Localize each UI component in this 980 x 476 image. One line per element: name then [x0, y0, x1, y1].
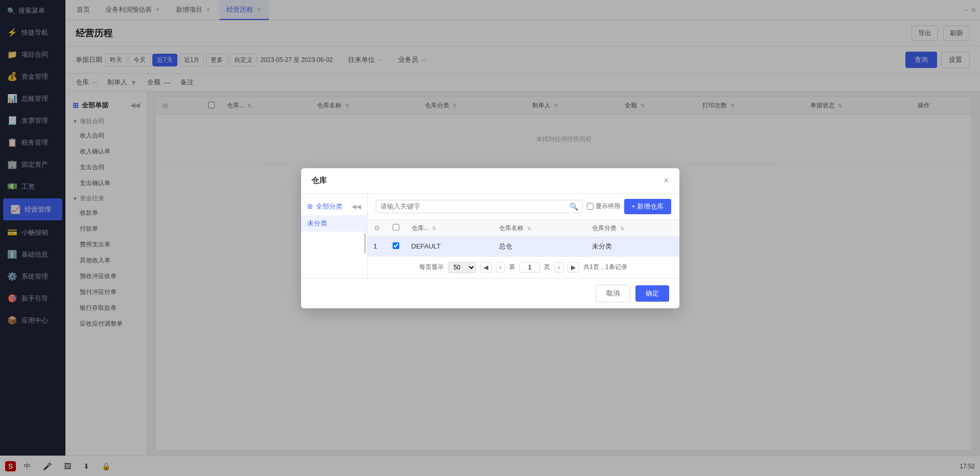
modal-row-checkbox[interactable] [393, 242, 399, 249]
modal-row-num: 1 [368, 237, 386, 256]
modal-pagination: 每页显示 50 20 100 ◀ ‹ 算 页 › ▶ 共1页，1条记录 [368, 256, 679, 278]
modal-per-page-label: 每页显示 [419, 263, 444, 271]
grid2-icon: ⊞ [307, 202, 313, 210]
show-disabled-text: 显示停用 [596, 202, 620, 211]
confirm-button[interactable]: 确定 [635, 285, 669, 302]
modal-search-bar: 🔍 [376, 200, 583, 213]
warehouse-modal: 仓库 × ⊞ 全部分类 ◀◀ 未分类 [301, 168, 679, 308]
cancel-button[interactable]: 取消 [596, 285, 630, 302]
show-disabled-checkbox[interactable] [587, 203, 594, 210]
show-disabled-label[interactable]: 显示停用 [587, 202, 620, 211]
modal-search-icon: 🔍 [569, 202, 578, 211]
modal-prev-page-btn[interactable]: ‹ [496, 262, 505, 273]
modal-left-scroll: 未分类 [301, 215, 367, 233]
modal-footer: 取消 确定 [301, 278, 679, 308]
modal-header: 仓库 × [301, 168, 679, 194]
modal-row-checkbox-cell [386, 237, 405, 256]
modal-all-category[interactable]: ⊞ 全部分类 ◀◀ [301, 198, 367, 215]
all-category-label: 全部分类 [316, 202, 343, 211]
scroll-thumb [364, 233, 366, 254]
modal-row-code: DEFAULT [405, 237, 493, 256]
modal-body: ⊞ 全部分类 ◀◀ 未分类 [301, 194, 679, 278]
table-row[interactable]: 1 DEFAULT 总仓 未分类 [368, 237, 679, 256]
modal-left-panel: ⊞ 全部分类 ◀◀ 未分类 [301, 194, 368, 278]
modal-row-category: 未分类 [586, 237, 679, 256]
th-modal-gear: ⚙ [368, 220, 386, 237]
modal-next-page-btn[interactable]: › [554, 262, 563, 273]
collapse-panel-icon[interactable]: ◀◀ [352, 203, 361, 210]
modal-search-input[interactable] [380, 202, 567, 210]
modal-calc-label: 算 [509, 263, 515, 271]
modal-page-size-select[interactable]: 50 20 100 [448, 262, 476, 273]
modal-right-panel: 🔍 显示停用 + 新增仓库 ⚙ [368, 194, 679, 278]
modal-title: 仓库 [311, 176, 327, 186]
modal-toolbar: 🔍 显示停用 + 新增仓库 [368, 194, 679, 220]
modal-category-unclassified[interactable]: 未分类 [301, 215, 367, 232]
th-modal-code: 仓库... ⇅ [405, 220, 493, 237]
th-modal-name: 仓库名称 ⇅ [493, 220, 586, 237]
modal-row-name: 总仓 [493, 237, 586, 256]
modal-total-label: 共1页，1条记录 [583, 263, 627, 271]
modal-table: ⚙ 仓库... ⇅ 仓库名称 ⇅ 仓库分类 ⇅ 1 [368, 220, 679, 256]
add-warehouse-button[interactable]: + 新增仓库 [624, 199, 671, 214]
modal-last-page-btn[interactable]: ▶ [567, 262, 579, 273]
modal-select-all[interactable] [393, 224, 399, 231]
modal-left-scrollbar-area [301, 233, 367, 274]
modal-overlay: 仓库 × ⊞ 全部分类 ◀◀ 未分类 [0, 0, 980, 476]
th-modal-checkbox [386, 220, 405, 237]
modal-first-page-btn[interactable]: ◀ [480, 262, 492, 273]
modal-page-input[interactable] [519, 262, 540, 273]
modal-page-label: 页 [544, 263, 550, 271]
th-modal-category: 仓库分类 ⇅ [586, 220, 679, 237]
warehouse-table: ⚙ 仓库... ⇅ 仓库名称 ⇅ 仓库分类 ⇅ 1 [368, 220, 679, 256]
modal-close-button[interactable]: × [664, 175, 669, 186]
unclassified-label: 未分类 [307, 219, 327, 227]
